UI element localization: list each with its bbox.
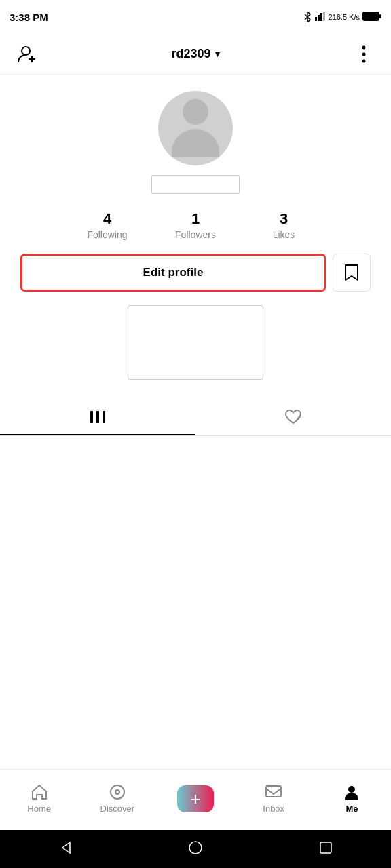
svg-point-19 xyxy=(115,790,119,794)
status-time: 3:38 PM xyxy=(10,12,48,23)
tab-videos[interactable] xyxy=(0,400,196,435)
svg-rect-2 xyxy=(315,17,317,21)
username-placeholder-box xyxy=(151,175,240,194)
svg-point-23 xyxy=(189,842,202,854)
top-navigation: rd2309 ▾ xyxy=(0,34,391,75)
nav-discover-label: Discover xyxy=(100,804,135,814)
svg-rect-16 xyxy=(96,411,99,423)
following-count: 4 xyxy=(103,210,111,228)
username-text: rd2309 xyxy=(171,47,210,61)
svg-rect-24 xyxy=(320,842,331,853)
following-stat[interactable]: 4 Following xyxy=(63,210,151,240)
svg-point-9 xyxy=(22,47,30,55)
avatar-body xyxy=(172,129,219,157)
bio-box xyxy=(128,305,263,380)
tab-bar xyxy=(0,400,391,436)
plus-icon: + xyxy=(190,790,200,808)
profile-section: 4 Following 1 Followers 3 Likes Edit pro… xyxy=(0,75,391,397)
svg-rect-7 xyxy=(364,13,375,20)
recents-button[interactable] xyxy=(318,840,333,859)
followers-stat[interactable]: 1 Followers xyxy=(151,210,240,240)
avatar xyxy=(158,91,233,165)
likes-stat[interactable]: 3 Likes xyxy=(240,210,328,240)
nav-inbox[interactable]: Inbox xyxy=(235,783,313,814)
likes-count: 3 xyxy=(280,210,288,228)
system-navigation xyxy=(0,830,391,868)
followers-count: 1 xyxy=(191,210,200,228)
back-button[interactable] xyxy=(58,840,73,859)
signal-icon xyxy=(315,12,326,23)
nav-discover[interactable]: Discover xyxy=(78,783,156,814)
content-area xyxy=(0,436,391,769)
action-row: Edit profile xyxy=(14,254,377,292)
username-dropdown[interactable]: rd2309 ▾ xyxy=(171,47,219,61)
followers-label: Followers xyxy=(175,229,216,240)
svg-point-12 xyxy=(362,45,365,49)
edit-profile-button[interactable]: Edit profile xyxy=(20,254,326,292)
home-button[interactable] xyxy=(188,840,203,859)
battery-percent xyxy=(362,12,381,22)
svg-rect-3 xyxy=(318,15,320,21)
nav-home-label: Home xyxy=(27,804,51,814)
stats-row: 4 Following 1 Followers 3 Likes xyxy=(14,210,377,240)
add-user-button[interactable] xyxy=(14,41,41,68)
nav-create[interactable]: + xyxy=(156,785,234,812)
svg-point-14 xyxy=(362,59,365,62)
more-options-button[interactable] xyxy=(350,41,377,68)
following-label: Following xyxy=(87,229,127,240)
svg-marker-22 xyxy=(62,842,70,853)
svg-point-13 xyxy=(362,52,365,56)
likes-label: Likes xyxy=(273,229,295,240)
svg-rect-5 xyxy=(323,12,325,21)
dropdown-arrow: ▾ xyxy=(215,49,220,59)
svg-rect-8 xyxy=(379,14,381,18)
status-bar: 3:38 PM 216.5 K/s xyxy=(0,0,391,34)
svg-rect-4 xyxy=(320,13,322,21)
avatar-head xyxy=(183,99,208,125)
create-button[interactable]: + xyxy=(177,785,214,812)
network-speed: 216.5 K/s xyxy=(329,13,360,21)
svg-rect-20 xyxy=(266,786,281,797)
nav-home[interactable]: Home xyxy=(0,783,78,814)
avatar-placeholder xyxy=(172,99,219,157)
tab-liked[interactable] xyxy=(196,400,391,435)
svg-rect-15 xyxy=(90,411,93,423)
status-icons: 216.5 K/s xyxy=(303,10,381,24)
nav-me-label: Me xyxy=(346,804,358,814)
bluetooth-icon xyxy=(303,10,312,24)
svg-rect-17 xyxy=(103,411,105,423)
nav-me[interactable]: Me xyxy=(313,783,391,814)
svg-point-18 xyxy=(111,785,124,799)
svg-point-21 xyxy=(348,786,355,793)
nav-inbox-label: Inbox xyxy=(263,804,284,814)
bookmark-button[interactable] xyxy=(333,254,371,292)
bottom-navigation: Home Discover + Inbox Me xyxy=(0,769,391,830)
